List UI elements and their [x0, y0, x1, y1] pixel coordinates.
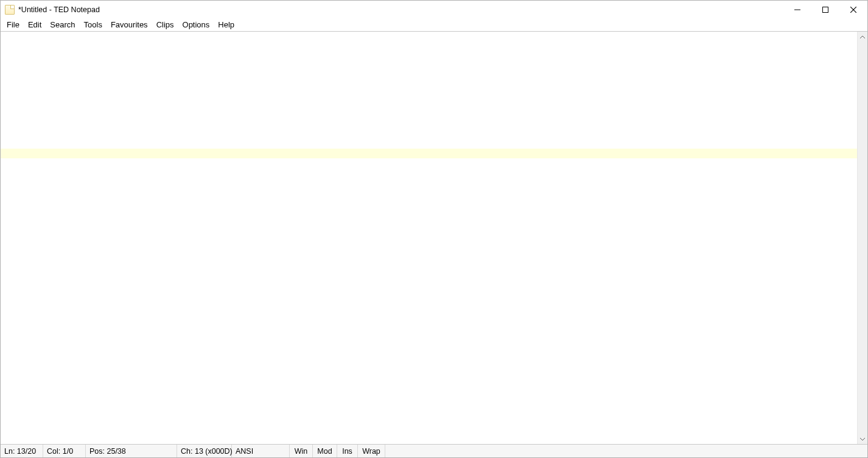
menu-favourites[interactable]: Favourites [107, 18, 152, 31]
editor-line[interactable] [1, 314, 857, 324]
editor-line[interactable] [1, 110, 857, 119]
editor-line[interactable] [1, 149, 857, 158]
editor-line[interactable] [1, 295, 857, 305]
editor-line[interactable] [1, 80, 857, 90]
editor-area [1, 32, 867, 444]
menu-search[interactable]: Search [46, 18, 79, 31]
editor-line[interactable] [1, 41, 857, 51]
status-line: Ln: 13/20 [1, 445, 43, 457]
status-encoding: ANSI [232, 445, 290, 457]
editor-line[interactable] [1, 344, 857, 353]
minimize-button[interactable] [783, 1, 811, 18]
editor-line[interactable] [1, 139, 857, 149]
editor-line[interactable] [1, 168, 857, 178]
editor-line[interactable] [1, 71, 857, 80]
close-icon [850, 7, 856, 13]
editor-line[interactable] [1, 119, 857, 129]
status-insert[interactable]: Ins [337, 445, 358, 457]
window-controls [783, 1, 867, 18]
maximize-icon [822, 7, 828, 13]
menu-file[interactable]: File [2, 18, 24, 31]
window-title: *Untitled - TED Notepad [18, 5, 100, 14]
editor-line[interactable] [1, 324, 857, 334]
close-button[interactable] [839, 1, 867, 18]
chevron-down-icon [860, 437, 865, 441]
editor-line[interactable] [1, 51, 857, 61]
chevron-up-icon [860, 35, 865, 39]
editor-line[interactable] [1, 305, 857, 314]
editor-line[interactable] [1, 236, 857, 246]
editor-line[interactable] [1, 285, 857, 295]
status-bar: Ln: 13/20 Col: 1/0 Pos: 25/38 Ch: 13 (x0… [1, 444, 867, 457]
text-editor[interactable] [1, 32, 857, 444]
menu-options[interactable]: Options [178, 18, 214, 31]
title-bar[interactable]: *Untitled - TED Notepad [1, 1, 867, 18]
editor-line[interactable] [1, 207, 857, 217]
menu-tools[interactable]: Tools [80, 18, 107, 31]
menu-clips[interactable]: Clips [152, 18, 178, 31]
status-char: Ch: 13 (x000D) [177, 445, 232, 457]
editor-line[interactable] [1, 32, 857, 41]
editor-line[interactable] [1, 412, 857, 421]
status-modified: Mod [313, 445, 337, 457]
editor-line[interactable] [1, 363, 857, 373]
svg-rect-1 [823, 7, 828, 12]
editor-line[interactable] [1, 373, 857, 382]
scroll-up-button[interactable] [858, 32, 868, 42]
maximize-button[interactable] [811, 1, 839, 18]
editor-line[interactable] [1, 431, 857, 441]
editor-line[interactable] [1, 402, 857, 412]
editor-line[interactable] [1, 246, 857, 256]
editor-line[interactable] [1, 353, 857, 363]
editor-line[interactable] [1, 90, 857, 100]
menu-help[interactable]: Help [214, 18, 239, 31]
menu-edit[interactable]: Edit [24, 18, 46, 31]
editor-line[interactable] [1, 392, 857, 402]
editor-line[interactable] [1, 197, 857, 207]
editor-line[interactable] [1, 421, 857, 431]
editor-line[interactable] [1, 275, 857, 285]
status-spacer [385, 445, 867, 457]
editor-line[interactable] [1, 129, 857, 139]
scroll-down-button[interactable] [858, 434, 868, 444]
editor-line[interactable] [1, 227, 857, 236]
editor-line[interactable] [1, 256, 857, 266]
status-position: Pos: 25/38 [86, 445, 177, 457]
minimize-icon [794, 7, 800, 13]
menu-bar: File Edit Search Tools Favourites Clips … [1, 18, 867, 32]
status-column: Col: 1/0 [43, 445, 86, 457]
editor-line[interactable] [1, 178, 857, 188]
editor-line[interactable] [1, 334, 857, 344]
editor-line[interactable] [1, 100, 857, 110]
vertical-scrollbar[interactable] [857, 32, 867, 444]
status-lineending[interactable]: Win [290, 445, 313, 457]
app-window: *Untitled - TED Notepad File Edit Search… [0, 0, 868, 458]
editor-line[interactable] [1, 158, 857, 168]
editor-line[interactable] [1, 61, 857, 71]
status-wrap[interactable]: Wrap [358, 445, 385, 457]
editor-line[interactable] [1, 382, 857, 392]
editor-line[interactable] [1, 217, 857, 227]
app-icon [5, 5, 15, 15]
editor-line[interactable] [1, 266, 857, 275]
editor-line[interactable] [1, 188, 857, 197]
